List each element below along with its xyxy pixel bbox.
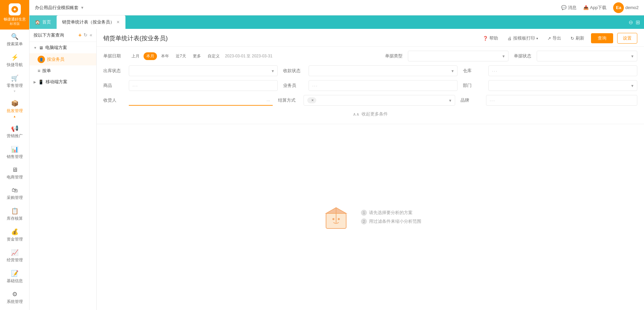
template-print-btn[interactable]: 🖨 按模板打印 ▾ xyxy=(505,34,541,43)
settlement-select[interactable]: × ▾ xyxy=(304,95,455,106)
payment-select[interactable]: ▾ xyxy=(309,65,458,76)
dropdown-icon: ▾ xyxy=(451,68,454,73)
wholesale-icon: 📦 xyxy=(11,100,18,107)
sidebar-item-finance[interactable]: 💰 资金管理 xyxy=(0,225,29,246)
settlement-tag: × xyxy=(307,97,316,103)
sidebar-item-retail[interactable]: 🛒 零售管理 ▼ xyxy=(0,71,29,96)
goods-dots: ··· xyxy=(132,83,138,88)
sidebar-item-basic[interactable]: 📝 基础信息 xyxy=(0,266,29,287)
tree-item-by-salesperson[interactable]: 👤 按业务员 xyxy=(30,53,96,65)
date-7days-btn[interactable]: 近7天 xyxy=(173,52,189,60)
department-select[interactable]: ▾ xyxy=(488,80,637,91)
sidebar-item-purchase[interactable]: 🛍 采购管理 xyxy=(0,184,29,204)
tag-close-icon[interactable]: × xyxy=(311,98,314,103)
tree-group-mobile: ▶ 📱 移动端方案 xyxy=(30,76,96,88)
receiver-dots[interactable]: ··· xyxy=(266,98,270,103)
message-icon: 💬 xyxy=(561,5,567,10)
warehouse-select[interactable]: ··· xyxy=(488,65,637,76)
date-this-month-btn[interactable]: 本月 xyxy=(144,52,157,60)
doc-type-select[interactable]: ▾ xyxy=(408,51,508,61)
tab-close-icon[interactable]: ✕ xyxy=(116,20,120,24)
empty-illustration xyxy=(319,202,353,235)
chevron-down-icon: ▼ xyxy=(13,90,16,93)
dropdown-icon: ▾ xyxy=(502,54,505,59)
tree-pc-root[interactable]: ▼ 🖥 电脑端方案 xyxy=(30,42,96,53)
sidebar-item-enterprise[interactable]: 🤝 企业协同 xyxy=(0,308,29,310)
content-area: 按以下方案查询 + ↻ « ▼ 🖥 电脑端方案 👤 按业务员 xyxy=(30,29,644,310)
tree-arrow-right: ▶ xyxy=(34,80,36,84)
refresh-scheme-btn[interactable]: ↻ xyxy=(84,32,88,38)
filter-row-4: 收货人 ··· 结算方式 × ▾ 品牌 · xyxy=(103,95,637,106)
title-dropdown-icon[interactable]: ▾ xyxy=(81,5,84,10)
date-more-btn[interactable]: 更多 xyxy=(190,52,204,60)
export-icon: ↗ xyxy=(547,36,551,41)
tree-mobile-root[interactable]: ▶ 📱 移动端方案 xyxy=(30,76,96,88)
sidebar-item-search[interactable]: 🔍 搜索菜单 xyxy=(0,30,29,50)
query-button[interactable]: 查询 xyxy=(591,33,613,43)
settings-button[interactable]: 设置 xyxy=(617,33,637,44)
receiver-input[interactable] xyxy=(129,95,273,106)
svg-point-6 xyxy=(338,218,340,220)
sidebar-item-operation[interactable]: 📈 经营管理 xyxy=(0,246,29,266)
receiver-label: 收货人 xyxy=(103,97,123,103)
page-header: 销货单统计表(按业务员) ❓ 帮助 🖨 按模板打印 ▾ ↗ 导出 xyxy=(97,29,644,47)
sidebar-item-label: 库存核算 xyxy=(7,216,23,221)
collapse-panel-btn[interactable]: « xyxy=(90,32,92,38)
sidebar-item-marketing[interactable]: 📢 营销推广 xyxy=(0,121,29,142)
sidebar-item-ecommerce[interactable]: 🖥 电商管理 xyxy=(0,163,29,184)
sidebar-item-wholesale[interactable]: 📦 批发管理 ▲ xyxy=(0,96,29,121)
refresh-btn[interactable]: ↻ 刷新 xyxy=(568,34,587,43)
salesperson-select[interactable]: ··· xyxy=(309,80,458,91)
logo-text: 畅捷通好生意 xyxy=(4,17,26,21)
top-bar-left: 办公用品行业模拟账套 ▾ xyxy=(35,5,84,11)
filter-row-3: 商品 ··· 业务员 ··· 部门 ▾ xyxy=(103,80,637,91)
doc-status-label: 单据状态 xyxy=(514,53,531,59)
export-btn[interactable]: ↗ 导出 xyxy=(545,34,564,43)
message-btn[interactable]: 💬 消息 xyxy=(561,5,577,11)
sidebar-item-inventory[interactable]: 📋 库存核算 xyxy=(0,204,29,225)
chevron-up-icon: ▲ xyxy=(13,115,16,118)
delivery-select[interactable]: ▾ xyxy=(129,65,278,76)
logo-icon xyxy=(9,3,21,15)
tree-arrow-down: ▼ xyxy=(34,46,37,50)
tab-bar: 🏠 首页 销货单统计表（按业务员） ✕ ⊖ ⊞ xyxy=(30,15,644,29)
dropdown-icon: ▾ xyxy=(631,83,634,88)
app-logo[interactable]: 畅捷通好生意 标准版 xyxy=(0,0,29,30)
inventory-icon: 📋 xyxy=(11,207,18,215)
goods-label: 商品 xyxy=(103,83,123,89)
date-last-month-btn[interactable]: 上月 xyxy=(129,52,142,60)
tab-home[interactable]: 🏠 首页 xyxy=(30,15,57,29)
brand-label: 品牌 xyxy=(461,97,481,103)
tab-maximize-btn[interactable]: ⊞ xyxy=(636,19,640,25)
app-download-btn[interactable]: 📥 App下载 xyxy=(583,5,606,11)
ecommerce-icon: 🖥 xyxy=(12,166,18,173)
collapse-filter-btn[interactable]: ∧∧ 收起更多条件 xyxy=(103,110,637,118)
left-panel: 按以下方案查询 + ↻ « ▼ 🖥 电脑端方案 👤 按业务员 xyxy=(30,29,97,310)
sidebar-item-label: 经营管理 xyxy=(7,257,23,263)
filter-area: 单据日期 上月 本月 本年 近7天 更多 自定义 2023-03-01 至 20… xyxy=(97,47,644,124)
user-profile-btn[interactable]: Ea demo2 xyxy=(613,2,639,13)
doc-status-select[interactable]: ▾ xyxy=(537,51,637,61)
tree-item-by-order[interactable]: ≡ 按单 xyxy=(30,65,96,76)
tab-report[interactable]: 销货单统计表（按业务员） ✕ xyxy=(57,15,125,29)
sidebar-item-quick[interactable]: ⚡ 快捷导航 xyxy=(0,50,29,71)
date-custom-btn[interactable]: 自定义 xyxy=(205,52,222,60)
retail-icon: 🛒 xyxy=(11,74,18,82)
hint1-text: 请先选择要分析的方案 xyxy=(369,210,413,216)
page-header-actions: ❓ 帮助 🖨 按模板打印 ▾ ↗ 导出 ↻ 刷新 xyxy=(480,33,637,44)
brand-select[interactable]: ··· xyxy=(486,95,637,106)
date-this-year-btn[interactable]: 本年 xyxy=(158,52,172,60)
sidebar-item-label: 批发管理 xyxy=(7,108,23,114)
refresh-icon: ↻ xyxy=(571,36,574,41)
left-panel-header: 按以下方案查询 + ↻ « xyxy=(30,29,96,42)
tab-minimize-btn[interactable]: ⊖ xyxy=(629,19,633,25)
sidebar-item-system[interactable]: ⚙ 系统管理 xyxy=(0,287,29,308)
search-icon: 🔍 xyxy=(11,33,18,40)
app-title: 办公用品行业模拟账套 xyxy=(35,5,78,11)
help-btn[interactable]: ❓ 帮助 xyxy=(480,34,501,43)
tree-group-pc: ▼ 🖥 电脑端方案 👤 按业务员 ≡ 按单 xyxy=(30,42,96,76)
add-scheme-btn[interactable]: + xyxy=(78,32,82,38)
goods-select[interactable]: ··· xyxy=(129,80,278,91)
doc-type-label: 单据类型 xyxy=(385,53,402,59)
sidebar-item-sales[interactable]: 📊 销售管理 xyxy=(0,142,29,163)
